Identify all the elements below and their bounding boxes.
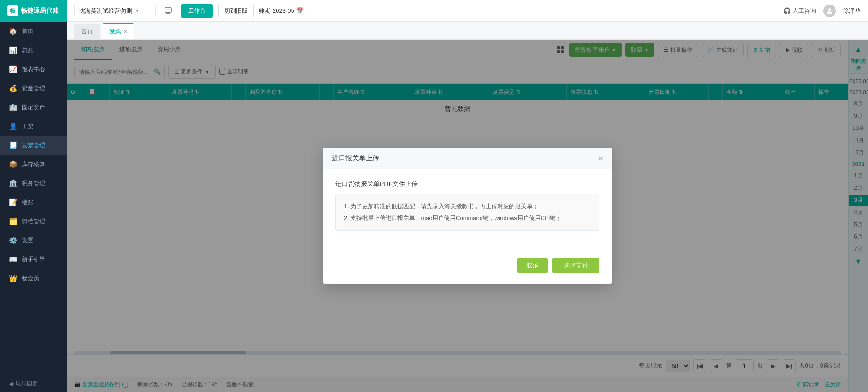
settle-icon: 📝 [9,198,17,206]
sidebar: 畅 畅捷通易代账 🏠 首页 📊 总账 📈 报表中心 💰 资金管理 🏢 固定资产 … [0,0,67,392]
modal-select-file-button[interactable]: 选择文件 [552,258,599,273]
sidebar-label-vip: 畅会员 [22,274,39,282]
sidebar-label-payroll: 工资 [22,122,33,130]
ledger-icon: 📊 [9,46,17,54]
content-area: 销项发票 进项发票 费用小票 [67,40,868,392]
modal-footer: 取消 选择文件 [323,251,612,284]
sidebar-label-inventory: 库存核算 [22,160,45,168]
main-area: 沈海英测试经营勿删 ▼ 工作台 切到旧版 账期 2023-05 📅 🎧 人工咨询 [67,0,868,392]
modal-cancel-button[interactable]: 取消 [517,258,548,273]
sidebar-label-settings: 设置 [22,236,33,244]
modal-section-title: 进口货物报关单PDF文件上传 [335,180,599,188]
sidebar-item-invoice[interactable]: 🧾 发票管理 [0,136,67,155]
sidebar-label-tax: 税务管理 [22,179,45,187]
period-display: 账期 2023-05 📅 [259,7,303,15]
tax-icon: 🏛️ [9,179,17,187]
settings-icon: ⚙️ [9,236,17,244]
modal-info-item1: 1. 为了更加精准的数据匹配，请先录入海关缴款书，再上传对应的报关单； [344,201,591,212]
svg-rect-0 [165,8,171,12]
vip-icon: 👑 [9,274,17,282]
chevron-down-icon: ▼ [135,8,140,14]
sidebar-label-home: 首页 [22,27,33,35]
sidebar-label-ledger: 总账 [22,46,33,54]
sidebar-label-funds: 资金管理 [22,84,45,92]
old-version-button[interactable]: 切到旧版 [218,4,254,18]
sidebar-nav: 🏠 首页 📊 总账 📈 报表中心 💰 资金管理 🏢 固定资产 👤 工资 🧾 发票… [0,22,67,375]
sidebar-item-settings[interactable]: ⚙️ 设置 [0,231,67,250]
home-tab-label: 首页 [81,28,93,36]
sidebar-item-archive[interactable]: 🗂️ 归档管理 [0,212,67,231]
sidebar-item-ledger[interactable]: 📊 总账 [0,41,67,60]
reports-icon: 📈 [9,65,17,73]
inventory-icon: 📦 [9,160,17,168]
sidebar-label-guide: 新手引导 [22,255,45,263]
username[interactable]: 徐泽华 [843,7,861,15]
modal-header: 进口报关单上传 × [323,148,612,169]
payroll-icon: 👤 [9,122,17,130]
sidebar-item-reports[interactable]: 📈 报表中心 [0,60,67,79]
tabbar: 首页 发票 × [67,22,868,40]
sidebar-item-vip[interactable]: 👑 畅会员 [0,269,67,288]
sidebar-label-reports: 报表中心 [22,65,45,73]
sidebar-item-guide[interactable]: 📖 新手引导 [0,250,67,269]
headset-icon: 🎧 [783,7,791,14]
company-settings-icon[interactable] [161,4,175,18]
modal-body: 进口货物报关单PDF文件上传 1. 为了更加精准的数据匹配，请先录入海关缴款书，… [323,169,612,251]
topbar-right: 🎧 人工咨询 徐泽华 [783,5,861,17]
user-avatar [823,5,836,17]
import-modal: 进口报关单上传 × 进口货物报关单PDF文件上传 1. 为了更加精准的数据匹配，… [323,148,612,284]
invoice-icon: 🧾 [9,141,17,149]
workspace-button[interactable]: 工作台 [181,4,213,18]
sidebar-item-home[interactable]: 🏠 首页 [0,22,67,41]
sidebar-item-inventory[interactable]: 📦 库存核算 [0,155,67,174]
funds-icon: 💰 [9,84,17,92]
app-logo: 畅 畅捷通易代账 [0,0,67,22]
pin-icon: ◀ [9,381,13,387]
period-value: 2023-05 [273,7,294,14]
sidebar-item-settle[interactable]: 📝 结账 [0,193,67,212]
service-button[interactable]: 🎧 人工咨询 [783,7,816,15]
company-selector[interactable]: 沈海英测试经营勿删 ▼ [74,5,156,17]
period-label: 账期 [259,7,271,15]
sidebar-label-invoice: 发票管理 [22,141,45,149]
tab-close-icon[interactable]: × [124,29,127,35]
calendar-icon[interactable]: 📅 [296,7,303,14]
invoice-tab-label: 发票 [109,28,121,36]
modal-info-item2: 2. 支持批量上传进口报关单，mac用户使用Command键，windows用户… [344,212,591,224]
sidebar-item-payroll[interactable]: 👤 工资 [0,117,67,136]
home-icon: 🏠 [9,27,17,35]
sidebar-item-funds[interactable]: 💰 资金管理 [0,79,67,98]
app-name: 畅捷通易代账 [21,7,59,15]
sidebar-item-tax[interactable]: 🏛️ 税务管理 [0,174,67,193]
service-label: 人工咨询 [793,7,816,15]
modal-info-box: 1. 为了更加精准的数据匹配，请先录入海关缴款书，再上传对应的报关单； 2. 支… [335,194,599,231]
svg-point-3 [828,8,831,11]
modal-title: 进口报关单上传 [332,154,379,163]
tab-home[interactable]: 首页 [74,24,100,39]
sidebar-label-settle: 结账 [22,198,33,206]
modal-close-button[interactable]: × [598,154,603,163]
sidebar-footer[interactable]: ◀ 取消固定 [0,375,67,392]
archive-icon: 🗂️ [9,217,17,225]
guide-icon: 📖 [9,255,17,263]
logo-icon: 畅 [7,5,18,16]
footer-label: 取消固定 [16,380,38,387]
company-name: 沈海英测试经营勿删 [79,7,132,15]
modal-overlay: 进口报关单上传 × 进口货物报关单PDF文件上传 1. 为了更加精准的数据匹配，… [67,40,868,392]
sidebar-label-archive: 归档管理 [22,217,45,225]
sidebar-item-assets[interactable]: 🏢 固定资产 [0,98,67,117]
sidebar-label-assets: 固定资产 [22,103,45,111]
tab-invoice[interactable]: 发票 × [102,23,134,39]
assets-icon: 🏢 [9,103,17,111]
topbar: 沈海英测试经营勿删 ▼ 工作台 切到旧版 账期 2023-05 📅 🎧 人工咨询 [67,0,868,22]
